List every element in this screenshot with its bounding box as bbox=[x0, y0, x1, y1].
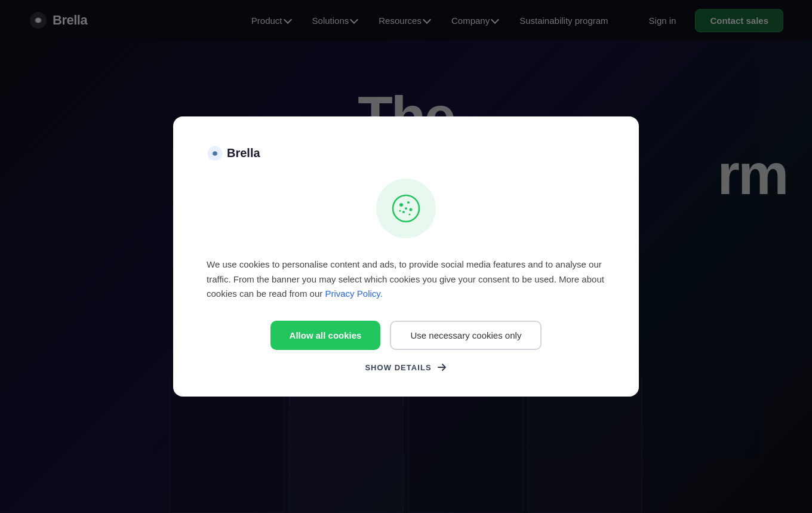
cookie-icon bbox=[389, 192, 423, 225]
svg-point-8 bbox=[402, 211, 405, 213]
svg-point-10 bbox=[399, 210, 401, 211]
svg-point-6 bbox=[407, 201, 410, 204]
svg-point-3 bbox=[213, 151, 217, 155]
privacy-policy-link[interactable]: Privacy Policy. bbox=[325, 288, 382, 299]
modal-logo: Brella bbox=[207, 145, 260, 162]
modal-overlay: Brella We use cookies to personalise con… bbox=[0, 0, 812, 513]
svg-point-11 bbox=[405, 207, 407, 210]
cookie-modal: Brella We use cookies to personalise con… bbox=[173, 116, 639, 397]
arrow-right-icon bbox=[436, 362, 447, 373]
modal-buttons: Allow all cookies Use necessary cookies … bbox=[270, 321, 542, 350]
svg-point-9 bbox=[409, 213, 411, 215]
svg-point-5 bbox=[399, 203, 403, 207]
svg-point-7 bbox=[410, 208, 413, 211]
necessary-cookies-button[interactable]: Use necessary cookies only bbox=[390, 321, 542, 350]
show-details-button[interactable]: SHOW DETAILS bbox=[365, 362, 447, 373]
modal-description: We use cookies to personalise content an… bbox=[207, 257, 605, 302]
cookie-icon-container bbox=[376, 179, 436, 238]
modal-logo-text: Brella bbox=[227, 146, 260, 160]
allow-all-cookies-button[interactable]: Allow all cookies bbox=[270, 321, 381, 350]
